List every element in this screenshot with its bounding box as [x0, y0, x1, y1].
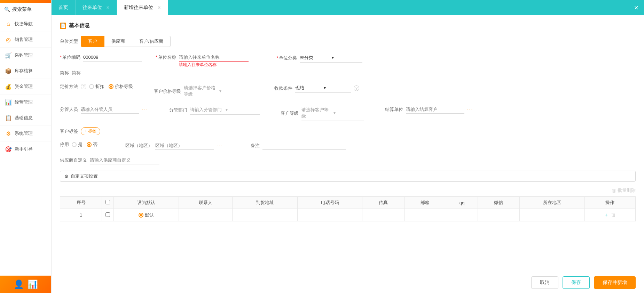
unit-type-field: 单位类型 客户 供应商 客户/供应商 [60, 36, 171, 47]
settlement-unit-label: 结算单位 [385, 106, 403, 113]
sidebar-item-quick-nav[interactable]: ⌂ 快捷导航 [0, 16, 51, 32]
form-content: 📄 基本信息 单位类型 客户 供应商 客户/供应商 单位编码 单位名称 [52, 15, 644, 272]
type-btn-supplier[interactable]: 供应商 [104, 36, 132, 47]
sidebar-item-system[interactable]: ⚙ 系统管理 [0, 126, 51, 141]
sidebar-bottom-icon2: 📊 [28, 279, 38, 289]
inventory-icon: 📦 [5, 67, 12, 74]
disabled-radios: 是 否 [72, 141, 97, 148]
save-new-button[interactable]: 保存并新增 [594, 276, 636, 289]
department-select[interactable]: 请输入分管部门 ▾ [190, 105, 260, 115]
region-more-icon[interactable]: ··· [217, 143, 223, 148]
sidebar-item-guide[interactable]: 🎯 新手引导 [0, 141, 51, 157]
row-default: 默认 [114, 209, 179, 221]
unit-name-error: 请输入往来单位名称 [179, 62, 217, 68]
sidebar-item-sales[interactable]: ◎ 销售管理 [0, 32, 51, 48]
customer-tag-label: 客户标签 [60, 128, 78, 135]
section-title-text: 基本信息 [69, 22, 90, 29]
sidebar-label-guide: 新手引导 [15, 146, 33, 152]
guide-icon: 🎯 [5, 146, 12, 153]
row-email [404, 209, 446, 221]
tag-add-button[interactable]: + 标签 [81, 127, 100, 135]
radio-yes-circle [72, 142, 77, 147]
disabled-field: 停用 是 否 [60, 141, 97, 148]
main-area: 首页 往来单位 ✕ 新增往来单位 ✕ ✕ 📄 基本信息 单位类型 客户 供应商 … [52, 0, 644, 293]
payment-terms-help-icon[interactable]: ? [354, 86, 359, 91]
sidebar-label-inventory: 库存核算 [15, 68, 33, 74]
save-button[interactable]: 保存 [563, 276, 590, 289]
short-name-label: 简称 [60, 70, 69, 76]
col-default: 设为默认 [114, 197, 179, 209]
row-actions: ＋ 🗑 [584, 209, 635, 221]
department-arrow-icon: ▾ [226, 107, 260, 112]
supplier-custom-input[interactable] [90, 156, 159, 164]
remark-input[interactable] [262, 141, 346, 150]
cancel-button[interactable]: 取消 [531, 276, 558, 289]
row-default-radio-circle [139, 213, 143, 218]
pricing-row: 定价方法 ? 折扣 价格等级 客户价格等级 请选择客户价格等级 [60, 83, 636, 99]
col-checkbox [102, 197, 114, 209]
custom-settings-button[interactable]: ⚙ 自定义项设置 [60, 171, 636, 182]
sidebar-item-operations[interactable]: 📊 经营管理 [0, 95, 51, 110]
radio-discount[interactable]: 折扣 [89, 83, 104, 90]
radio-disabled-yes[interactable]: 是 [72, 141, 83, 148]
col-qq: qq [446, 197, 478, 209]
batch-delete-label[interactable]: 批量删除 [618, 187, 636, 194]
remark-field: 备注 [251, 141, 346, 150]
settlement-unit-input[interactable] [406, 105, 464, 114]
type-btn-both[interactable]: 客户/供应商 [132, 36, 171, 47]
settlement-more-icon[interactable]: ··· [467, 107, 473, 112]
manager-input[interactable] [81, 105, 139, 114]
sidebar-label-purchase: 采购管理 [15, 52, 33, 58]
customer-tag-row: 客户标签 + 标签 [60, 127, 636, 135]
row-select-checkbox[interactable] [105, 212, 110, 217]
unit-code-input[interactable] [83, 53, 142, 62]
row-region [520, 209, 585, 221]
tab-new-partner-close[interactable]: ✕ [157, 5, 161, 10]
sidebar-item-inventory[interactable]: 📦 库存核算 [0, 63, 51, 79]
search-menu-item[interactable]: 🔍 搜索菜单 [0, 3, 51, 16]
tab-partner-close[interactable]: ✕ [106, 5, 110, 10]
radio-disabled-no[interactable]: 否 [87, 141, 97, 148]
col-contact: 联系人 [179, 197, 233, 209]
row-default-radio[interactable]: 默认 [117, 212, 175, 218]
purchase-icon: 🛒 [5, 52, 12, 59]
region-label: 区域（地区） [125, 143, 152, 149]
col-address: 到货地址 [232, 197, 297, 209]
unit-category-select[interactable]: 未分类 ▾ [300, 53, 362, 63]
tab-partner[interactable]: 往来单位 ✕ [76, 0, 117, 15]
tab-home[interactable]: 首页 [52, 0, 76, 15]
unit-name-input[interactable] [179, 53, 249, 62]
col-fax: 传真 [362, 197, 404, 209]
type-btn-customer[interactable]: 客户 [81, 36, 104, 47]
tab-bar-close-all[interactable]: ✕ [628, 5, 644, 11]
row-delete-btn[interactable]: 🗑 [611, 212, 616, 218]
sidebar-item-finance[interactable]: 💰 资金管理 [0, 79, 51, 95]
tab-new-partner[interactable]: 新增往来单位 ✕ [117, 0, 168, 15]
payment-terms-arrow-icon: ▾ [324, 86, 351, 90]
sidebar-item-purchase[interactable]: 🛒 采购管理 [0, 48, 51, 63]
radio-price-level[interactable]: 价格等级 [109, 83, 133, 90]
radio-yes-label: 是 [78, 141, 83, 148]
select-all-checkbox[interactable] [105, 200, 110, 204]
region-input[interactable] [155, 141, 214, 150]
row-add-btn[interactable]: ＋ [604, 212, 609, 218]
radio-no-label: 否 [93, 141, 97, 148]
pricing-help-icon[interactable]: ? [81, 84, 86, 89]
radio-no-circle [87, 142, 92, 147]
short-name-input[interactable] [72, 69, 130, 77]
payment-terms-select[interactable]: 现结 ▾ [295, 83, 351, 93]
payment-terms-field: 收款条件 现结 ▾ ? [274, 83, 359, 93]
manager-label: 分管人员 [60, 106, 78, 113]
sidebar-item-basic-info[interactable]: 📋 基础信息 [0, 110, 51, 126]
basic-info-icon: 📋 [5, 114, 12, 121]
search-icon: 🔍 [4, 7, 10, 12]
sidebar-label-quick-nav: 快捷导航 [15, 21, 33, 27]
contacts-table: 序号 设为默认 联系人 到货地址 电话号码 传真 邮箱 qq 微信 所在地区 操… [60, 196, 636, 221]
unit-type-label: 单位类型 [60, 38, 78, 44]
manager-more-icon[interactable]: ··· [142, 107, 148, 112]
custom-settings-label: 自定义项设置 [71, 173, 98, 179]
customer-level-select[interactable]: 请选择客户等级 ▾ [301, 105, 364, 121]
customer-price-level-select[interactable]: 请选择客户价格等级 ▾ [184, 83, 253, 99]
unit-name-field: 单位名称 请输入往来单位名称 [156, 53, 249, 62]
row-fax [362, 209, 404, 221]
